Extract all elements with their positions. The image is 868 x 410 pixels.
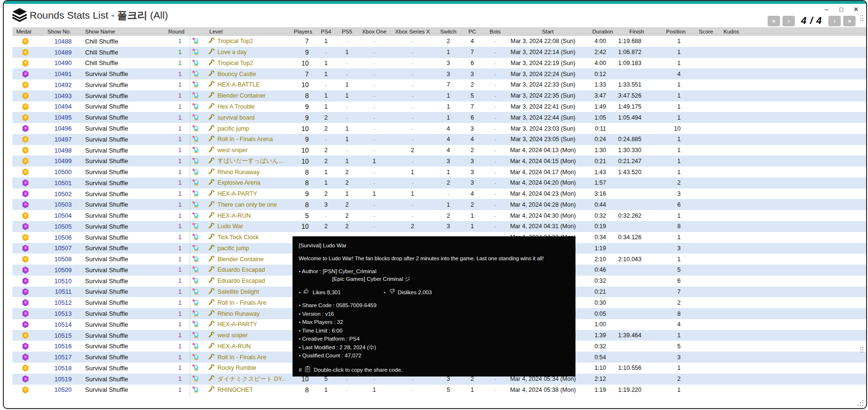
cell-level[interactable]: survival board <box>203 112 290 123</box>
column-header-switch[interactable]: Switch <box>435 29 462 34</box>
table-row[interactable]: 10491Survival Shuffle1Bouncy Castle71---… <box>12 68 866 79</box>
column-header-medal[interactable]: Medal <box>12 29 38 34</box>
cell-level[interactable]: Rhino Runaway <box>203 166 290 177</box>
cell-level[interactable]: HEX-A-PARTY <box>203 319 290 330</box>
cell-score <box>696 68 716 79</box>
level-link-icon <box>208 70 215 78</box>
cell-xbox_series_x: - <box>390 68 435 79</box>
first-page-button[interactable]: « <box>768 16 780 26</box>
cell-level[interactable]: Tropical Top2 <box>203 58 290 69</box>
cell-level[interactable]: HEX-A-BATTLE <box>203 79 290 90</box>
column-header-show_no[interactable]: Show No. <box>38 29 80 34</box>
table-row[interactable]: 10502Survival Shuffle1HEX-A-PARTY92111-4… <box>12 188 866 199</box>
cell-show_no: 10498 <box>38 145 80 156</box>
table-row[interactable]: 10493Survival Shuffle1Blender Container8… <box>12 90 866 101</box>
column-header-start[interactable]: Start <box>508 29 588 34</box>
table-row[interactable]: 10488Chill Shuffle1Tropical Top271---24-… <box>12 36 866 47</box>
cell-level[interactable]: west sniper <box>203 330 290 341</box>
cell-level[interactable]: RHINOCHET <box>203 385 290 396</box>
tooltip-title: [Survival] Ludo War <box>299 242 569 249</box>
cell-position: 1 <box>656 112 696 123</box>
cell-level[interactable]: Bouncy Castle <box>203 68 290 79</box>
cell-level[interactable]: Eduardo Escapad <box>203 276 290 287</box>
table-row[interactable]: 10520Survival Shuffle1RHINOCHET81-1-51-M… <box>12 385 866 396</box>
cell-xbox_one: - <box>358 47 390 58</box>
cell-show_name: Survival Shuffle <box>80 199 165 210</box>
column-header-score[interactable]: Score <box>696 29 716 34</box>
table-row[interactable]: 10501Survival Shuffle1Explosive Arena812… <box>12 177 866 188</box>
cell-round: 1 <box>165 166 187 177</box>
cell-level[interactable]: HEX-A-PARTY <box>203 188 290 199</box>
cell-level[interactable]: Eduardo Escapad <box>203 265 290 276</box>
player-character-icon <box>192 113 199 122</box>
level-link-icon <box>208 321 215 328</box>
table-row[interactable]: 10492Survival Shuffle1HEX-A-BATTLE10-1--… <box>12 79 866 90</box>
level-link-icon <box>208 375 215 383</box>
column-header-duration[interactable]: Duration <box>588 29 618 34</box>
cell-level[interactable]: HEX-A-RUN <box>203 210 290 221</box>
cell-level[interactable]: Blender Containe <box>203 254 290 265</box>
table-row[interactable]: 10505Survival Shuffle1Ludo War1022-231-M… <box>12 221 866 232</box>
column-header-show_name[interactable]: Show Name <box>80 29 165 34</box>
column-header-pc[interactable]: PC <box>462 29 483 34</box>
column-header-round[interactable]: Round <box>165 29 187 34</box>
table-row[interactable]: 10497Survival Shuffle1Roll In - Finals A… <box>12 134 866 145</box>
column-header-finish[interactable]: Finish <box>618 29 656 34</box>
cell-level[interactable]: Rhino Runaway <box>203 308 290 319</box>
cell-level[interactable]: pacific jump <box>203 123 290 134</box>
column-header-ps4[interactable]: PS4 <box>316 29 336 34</box>
column-header-xbox_one[interactable]: Xbox One <box>358 29 390 34</box>
medal-icon-purple <box>22 376 29 383</box>
next-page-button[interactable]: › <box>828 16 841 26</box>
cell-level[interactable]: Love a day <box>203 47 290 58</box>
top-right-grip[interactable] <box>860 15 864 23</box>
cell-finish: 1:33.551 <box>618 79 656 90</box>
column-header-ps5[interactable]: PS5 <box>336 29 358 34</box>
close-button[interactable]: ✕ <box>853 6 859 13</box>
cell-level[interactable]: Roll In - Finals Are <box>203 352 290 363</box>
cell-level[interactable]: There can only be one <box>203 199 290 210</box>
column-header-kudos[interactable]: Kudos <box>716 29 747 34</box>
cell-xbox_series_x: - <box>390 58 435 69</box>
column-header-xbox_series_x[interactable]: Xbox Series X <box>390 29 435 34</box>
table-row[interactable]: 10499Survival Shuffle1すぱいだーすっぱいん...10211… <box>12 155 866 166</box>
cell-level[interactable]: すぱいだーすっぱいん... <box>203 155 290 166</box>
table-row[interactable]: 10494Survival Shuffle1Hex A Trouble91---… <box>12 101 866 112</box>
resize-grip[interactable] <box>857 400 863 406</box>
cell-finish: 1:43.520 <box>618 166 656 177</box>
cell-level[interactable]: Roll In - Finals Arena <box>203 134 290 145</box>
cell-level[interactable]: Rocky Rumble <box>203 363 290 374</box>
minimize-button[interactable]: – <box>823 6 830 13</box>
cell-level[interactable]: pacific jump <box>203 243 290 254</box>
table-row[interactable]: 10496Survival Shuffle1pacific jump1021--… <box>12 123 866 134</box>
table-row[interactable]: 10495Survival Shuffle1survival board92--… <box>12 112 866 123</box>
table-row[interactable]: 10500Survival Shuffle1Rhino Runaway812-1… <box>12 166 866 177</box>
table-row[interactable]: 10489Chill Shuffle1Love a day9-1--17-Mar… <box>12 47 866 58</box>
last-page-button[interactable]: » <box>843 16 856 26</box>
table-row[interactable]: 10498Survival Shuffle1west sniper102--24… <box>12 145 866 156</box>
maximize-button[interactable]: □ <box>838 6 845 13</box>
table-row[interactable]: 10503Survival Shuffle1There can only be … <box>12 199 866 210</box>
cell-level[interactable]: Roll In - Finals Are <box>203 297 290 308</box>
cell-level[interactable]: Explosive Arena <box>203 177 290 188</box>
cell-duration: 0:12 <box>588 68 618 79</box>
cell-level[interactable]: Tropical Top2 <box>203 36 290 47</box>
column-header-level[interactable]: Level <box>203 29 290 34</box>
cell-level[interactable]: Tick Tock Clock <box>203 232 290 243</box>
cell-level[interactable]: west sniper <box>203 145 290 156</box>
player-character-icon <box>192 375 199 383</box>
table-row[interactable]: 10490Chill Shuffle1Tropical Top2101---36… <box>12 58 866 69</box>
table-row[interactable]: 10504Survival Shuffle1HEX-A-RUN5-2--21-M… <box>12 210 866 221</box>
cell-level[interactable]: Hex A Trouble <box>203 101 290 112</box>
cell-level[interactable]: ダイナミクスビート DY... <box>203 374 290 385</box>
cell-show_no: 10495 <box>38 112 80 123</box>
cell-level[interactable]: HEX-A-RUN <box>203 341 290 352</box>
bottom-right-grip[interactable] <box>860 347 864 355</box>
cell-level[interactable]: Satellite Delight <box>203 287 290 298</box>
prev-page-button[interactable]: ‹ <box>782 16 795 26</box>
column-header-position[interactable]: Position <box>656 29 696 34</box>
column-header-bots[interactable]: Bots <box>483 29 508 34</box>
cell-level[interactable]: Blender Container <box>203 90 290 101</box>
cell-level[interactable]: Ludo War <box>203 221 290 232</box>
column-header-players[interactable]: Players <box>290 29 316 34</box>
